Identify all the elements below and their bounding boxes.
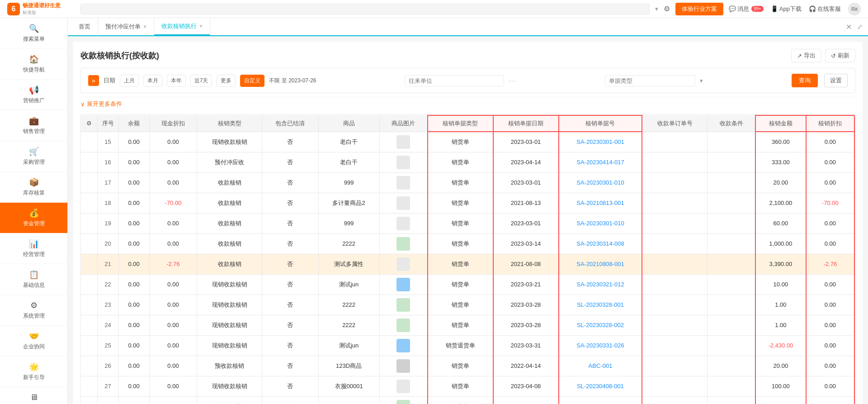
td-balance: 0.00 xyxy=(118,356,149,376)
filter-this-month[interactable]: 本月 xyxy=(143,75,162,87)
sidebar-item-system[interactable]: ⚙ 系统管理 xyxy=(0,295,67,326)
app-download-button[interactable]: 📱 App下载 xyxy=(771,5,802,13)
sidebar-item-search-menu[interactable]: 🔍 搜索菜单 xyxy=(0,18,67,49)
query-button[interactable]: 查询 xyxy=(792,74,818,87)
td-cancel-discount: 0.00 xyxy=(806,213,854,233)
bill-no-link[interactable]: SA-20210808-001 xyxy=(576,261,624,267)
sidebar-item-inventory[interactable]: 📦 库存核算 xyxy=(0,172,67,203)
td-collection-order-no xyxy=(642,376,707,396)
tab-prepay[interactable]: 预付冲应付单 × xyxy=(98,18,154,36)
td-gear xyxy=(81,335,97,356)
td-include-settled: 否 xyxy=(262,295,318,315)
settings-gear-icon[interactable]: ⚙ xyxy=(664,5,670,13)
top-bar-right: 💬 消息 99+ 📱 App下载 🎧 在线客服 Rit xyxy=(729,3,861,15)
sidebar-item-enterprise[interactable]: 🤝 企业协同 xyxy=(0,326,67,356)
filter-this-year[interactable]: 本年 xyxy=(167,75,186,87)
td-no: 19 xyxy=(97,213,118,233)
td-collection-terms xyxy=(708,172,756,193)
message-button[interactable]: 💬 消息 99+ xyxy=(729,5,764,13)
td-include-settled: 否 xyxy=(262,213,318,233)
from-unit-input[interactable] xyxy=(405,75,504,86)
td-no: 18 xyxy=(97,193,118,213)
bill-no-link[interactable]: SL-20230328-001 xyxy=(577,301,624,308)
td-cash-discount: 0.00 xyxy=(149,315,197,335)
online-service-button[interactable]: 🎧 在线客服 xyxy=(809,5,841,13)
export-button[interactable]: ↗ 导出 xyxy=(791,49,821,62)
sidebar-label: 企业协同 xyxy=(23,343,45,351)
search-input[interactable] xyxy=(80,4,650,14)
inventory-icon: 📦 xyxy=(29,177,39,187)
td-bill-no: SA-20230301-010 xyxy=(559,213,642,233)
sidebar-item-smart-hw[interactable]: 🖥 智能硬件 xyxy=(0,387,67,404)
sidebar-item-purchase[interactable]: 🛒 采购管理 xyxy=(0,141,67,172)
bill-no-link[interactable]: SA-20230321-012 xyxy=(576,281,624,288)
td-cash-discount: 0.00 xyxy=(149,295,197,315)
bill-no-link[interactable]: SA-20230301-001 xyxy=(576,138,624,145)
td-include-settled: 否 xyxy=(262,132,318,152)
filter-expand-button[interactable]: » xyxy=(88,75,99,86)
filter-custom-date[interactable]: 自定义 xyxy=(240,75,264,87)
sidebar-item-quick-nav[interactable]: 🏠 快捷导航 xyxy=(0,49,67,80)
td-no: 16 xyxy=(97,152,118,172)
table-row: 26 0.00 0.00 预收款核销 否 123D商品 销货单 2022-04-… xyxy=(81,356,854,376)
bill-no-link[interactable]: SA-20230314-008 xyxy=(576,240,624,247)
td-gear xyxy=(81,233,97,254)
td-no: 22 xyxy=(97,274,118,295)
operations-icon: 📊 xyxy=(29,239,39,249)
tab-collection[interactable]: 收款核销执行 × xyxy=(154,18,210,36)
td-collection-terms xyxy=(708,315,756,335)
bill-no-link[interactable]: SL-20230328-002 xyxy=(577,322,624,328)
bill-type-input[interactable] xyxy=(605,75,695,86)
td-bill-date: 2023-03-28 xyxy=(493,315,559,335)
tab-collection-close-icon[interactable]: × xyxy=(199,23,203,29)
td-product-img xyxy=(379,274,428,295)
td-include-settled: 否 xyxy=(262,356,318,376)
filter-last-month[interactable]: 上月 xyxy=(120,75,139,87)
td-balance: 0.00 xyxy=(118,295,149,315)
tab-home[interactable]: 首页 xyxy=(71,18,98,36)
th-cancel-type: 核销类型 xyxy=(197,115,262,132)
filter-bar: » 日期 上月 本月 本年 近7天 更多 自定义 不限 至 2023-07-26 xyxy=(80,68,855,93)
td-collection-terms xyxy=(708,295,756,315)
sidebar-item-sales[interactable]: 💼 销售管理 xyxy=(0,110,67,141)
bill-no-link[interactable]: SA-20230301-010 xyxy=(576,179,624,186)
bill-no-link[interactable]: SA-20230301-010 xyxy=(576,220,624,227)
td-collection-order-no xyxy=(642,274,707,295)
sidebar-item-operations[interactable]: 📊 经营管理 xyxy=(0,233,67,264)
sidebar-item-guide[interactable]: 🌟 新手引导 xyxy=(0,356,67,387)
sidebar-item-basic-info[interactable]: 📋 基础信息 xyxy=(0,264,67,295)
td-gear xyxy=(81,152,97,172)
tab-close-all-icon[interactable]: ✕ xyxy=(844,21,854,33)
bill-no-link[interactable]: SA-20210813-001 xyxy=(576,200,624,206)
sidebar-item-marketing[interactable]: 📢 营销推广 xyxy=(0,80,67,110)
expand-more-button[interactable]: ∨ 展开更多条件 xyxy=(80,100,855,108)
td-cancel-type: 收款核销 xyxy=(197,172,262,193)
bill-no-link[interactable]: SL-20230408-001 xyxy=(577,383,624,390)
trial-button[interactable]: 体验行业方案 xyxy=(675,3,723,15)
th-gear[interactable]: ⚙ xyxy=(81,115,97,132)
tab-prepay-close-icon[interactable]: × xyxy=(143,24,146,30)
refresh-button[interactable]: ↺ 刷新 xyxy=(825,49,855,62)
bill-no-link[interactable]: SA-20230414-017 xyxy=(576,159,624,166)
sidebar-item-finance[interactable]: 💰 资金管理 xyxy=(0,203,67,233)
bill-no-link[interactable]: ABC-001 xyxy=(589,362,613,369)
td-bill-date: 2021-08-13 xyxy=(493,193,559,213)
dropdown-arrow-icon[interactable]: ▾ xyxy=(655,5,658,12)
td-product-img xyxy=(379,376,428,396)
page-title: 收款核销执行(按收款) xyxy=(80,50,159,61)
td-no: 24 xyxy=(97,315,118,335)
td-cancel-discount: 0.00 xyxy=(806,233,854,254)
td-cash-discount: 0.00 xyxy=(149,233,197,254)
tab-expand-icon[interactable]: ⤢ xyxy=(855,21,864,32)
bill-no-link[interactable]: SA-20230331-026 xyxy=(576,342,624,349)
bill-type-dropdown-icon[interactable]: ▾ xyxy=(700,77,703,84)
table-row: 24 0.00 0.00 现销收款核销 否 2222 销货单 2023-03-2… xyxy=(81,315,854,335)
settings-button[interactable]: 设置 xyxy=(824,74,848,87)
filter-more-dates[interactable]: 更多 xyxy=(217,75,236,87)
td-collection-terms xyxy=(708,376,756,396)
td-collection-order-no xyxy=(642,295,707,315)
filter-last-7-days[interactable]: 近7天 xyxy=(190,75,212,87)
user-avatar[interactable]: Rit xyxy=(848,3,861,15)
td-gear xyxy=(81,132,97,152)
td-bill-no: SA-20230301-001 xyxy=(559,132,642,152)
